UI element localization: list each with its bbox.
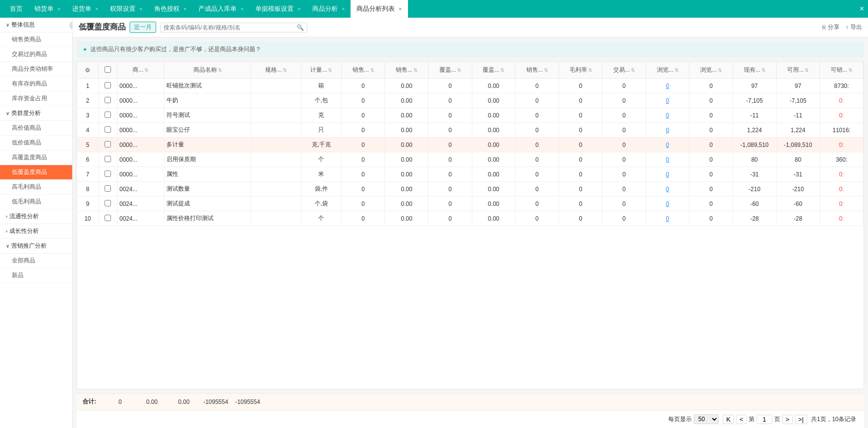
sidebar-item-high-coverage[interactable]: 高覆盖度商品 (0, 150, 72, 165)
th-available[interactable]: 可用...⇅ (776, 62, 820, 79)
close-analysis-list-icon[interactable]: × (399, 6, 402, 12)
close-analysis-icon[interactable]: × (342, 6, 345, 12)
sidebar-section-circulation[interactable]: › 流通性分析 (0, 209, 72, 224)
share-button[interactable]: ⎘ 分享 (822, 23, 840, 31)
table-container[interactable]: ⚙ 商...⇅ 商品名称⇅ 规格...⇅ 计量...⇅ 销售...⇅ 销售...… (77, 61, 864, 389)
row-browse1[interactable]: 0 (646, 108, 689, 123)
window-close-button[interactable]: × (860, 4, 864, 13)
row-checkbox[interactable] (99, 138, 117, 152)
sidebar-item-low-margin[interactable]: 低毛利商品 (0, 195, 72, 209)
search-icon[interactable]: 🔍 (297, 24, 304, 31)
nav-template[interactable]: 单据模板设置 × (249, 0, 306, 18)
row-checkbox[interactable] (99, 211, 117, 226)
sidebar-item-all-goods[interactable]: 全部商品 (0, 254, 72, 268)
row-checkbox[interactable] (99, 93, 117, 108)
row-browse1[interactable]: 0 (646, 93, 689, 108)
row-checkbox[interactable] (99, 79, 117, 93)
row-unit: 只 (301, 123, 342, 138)
close-template-icon[interactable]: × (298, 6, 300, 12)
export-button[interactable]: ↑ 导出 (845, 23, 862, 31)
row-select-checkbox[interactable] (105, 82, 111, 88)
th-sellable[interactable]: 可销...⇅ (820, 62, 864, 79)
th-browse1[interactable]: 浏览...⇅ (646, 62, 689, 79)
sidebar-item-category-rate[interactable]: 商品分类动销率 (0, 62, 72, 77)
th-sales3[interactable]: 销售...⇅ (515, 62, 559, 79)
row-browse1[interactable]: 0 (646, 138, 689, 152)
sidebar-item-traded-goods[interactable]: 交易过的商品 (0, 47, 72, 62)
th-current-stock[interactable]: 现有...⇅ (733, 62, 777, 79)
sidebar-section-overall[interactable]: ∨ 整体信息 (0, 18, 72, 32)
row-browse1[interactable]: 0 (646, 152, 689, 167)
prev-page-button[interactable]: < (736, 415, 747, 424)
sidebar-item-low-value[interactable]: 低价值商品 (0, 136, 72, 150)
close-products-icon[interactable]: × (241, 6, 244, 12)
close-roles-icon[interactable]: × (184, 6, 187, 12)
table-body: 1 0000... 旺铺批次测试 箱 0 0.00 0 0.00 0 0 0 0… (77, 79, 864, 226)
sidebar-item-low-coverage[interactable]: 低覆盖度商品 (0, 165, 72, 180)
row-select-checkbox[interactable] (105, 97, 111, 103)
row-browse1[interactable]: 0 (646, 197, 689, 211)
row-select-checkbox[interactable] (105, 171, 111, 177)
th-coverage2[interactable]: 覆盖...⇅ (472, 62, 515, 79)
settings-icon[interactable]: ⚙ (85, 67, 90, 74)
nav-products[interactable]: 产成品入库单 × (192, 0, 249, 18)
th-name[interactable]: 商品名称⇅ (164, 62, 251, 79)
nav-analysis-list[interactable]: 商品分析列表 × (351, 0, 407, 18)
nav-sales[interactable]: 销货单 × (28, 0, 66, 18)
sidebar-section-growth[interactable]: › 成长性分析 (0, 224, 72, 239)
page-number-input[interactable] (757, 415, 772, 424)
next-page-button[interactable]: > (782, 415, 793, 424)
search-input[interactable] (163, 24, 297, 31)
row-select-checkbox[interactable] (105, 185, 111, 192)
row-browse1[interactable]: 0 (646, 79, 689, 93)
row-select-checkbox[interactable] (105, 112, 111, 118)
th-browse2[interactable]: 浏览...⇅ (689, 62, 733, 79)
row-select-checkbox[interactable] (105, 215, 111, 221)
th-code[interactable]: 商...⇅ (117, 62, 164, 79)
sidebar-item-capital[interactable]: 库存资金占用 (0, 91, 72, 106)
sidebar-section-cluster[interactable]: ∨ 类群度分析 (0, 106, 72, 121)
date-filter-button[interactable]: 近一月 (130, 22, 156, 33)
row-checkbox[interactable] (99, 152, 117, 167)
th-coverage1[interactable]: 覆盖...⇅ (428, 62, 472, 79)
sidebar-item-new-goods[interactable]: 新品 (0, 268, 72, 283)
row-select-checkbox[interactable] (105, 141, 111, 147)
sidebar-item-high-margin[interactable]: 高毛利商品 (0, 180, 72, 195)
row-select-checkbox[interactable] (105, 156, 111, 162)
last-page-button[interactable]: >| (795, 415, 807, 424)
th-check[interactable] (99, 62, 117, 79)
th-sales-amt[interactable]: 销售...⇅ (385, 62, 429, 79)
th-settings[interactable]: ⚙ (77, 62, 99, 79)
nav-roles[interactable]: 角色授权 × (148, 0, 192, 18)
row-checkbox[interactable] (99, 123, 117, 138)
close-purchase-icon[interactable]: × (95, 6, 98, 12)
th-spec[interactable]: 规格...⇅ (251, 62, 301, 79)
row-checkbox[interactable] (99, 167, 117, 182)
th-gross-margin[interactable]: 毛利率⇅ (559, 62, 602, 79)
th-trade[interactable]: 交易...⇅ (602, 62, 646, 79)
th-sales-qty[interactable]: 销售...⇅ (341, 62, 385, 79)
sidebar-item-stocked-goods[interactable]: 有库存的商品 (0, 77, 72, 91)
row-browse1[interactable]: 0 (646, 167, 689, 182)
row-checkbox[interactable] (99, 197, 117, 211)
close-sales-icon[interactable]: × (57, 6, 60, 12)
sidebar-item-sales-goods[interactable]: 销售类商品 (0, 32, 72, 47)
first-page-button[interactable]: K (723, 415, 734, 424)
nav-permissions[interactable]: 权限设置 × (104, 0, 148, 18)
nav-purchase[interactable]: 进货单 × (66, 0, 104, 18)
row-browse1[interactable]: 0 (646, 211, 689, 226)
select-all-checkbox[interactable] (105, 66, 111, 73)
nav-home[interactable]: 首页 (4, 0, 28, 18)
sidebar-item-high-value[interactable]: 高价值商品 (0, 121, 72, 136)
sidebar-section-marketing[interactable]: ∨ 营销推广分析 (0, 239, 72, 254)
row-browse1[interactable]: 0 (646, 182, 689, 197)
row-select-checkbox[interactable] (105, 200, 111, 206)
row-checkbox[interactable] (99, 182, 117, 197)
row-checkbox[interactable] (99, 108, 117, 123)
row-browse1[interactable]: 0 (646, 123, 689, 138)
row-select-checkbox[interactable] (105, 126, 111, 133)
close-permissions-icon[interactable]: × (139, 6, 142, 12)
per-page-select[interactable]: 20 50 100 (694, 414, 719, 424)
th-unit[interactable]: 计量...⇅ (301, 62, 342, 79)
nav-analysis[interactable]: 商品分析 × (306, 0, 351, 18)
